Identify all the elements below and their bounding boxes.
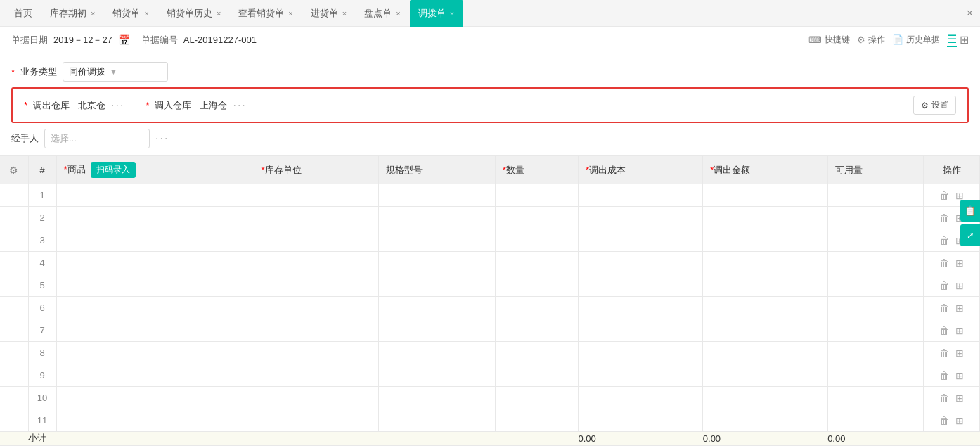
row-unit-cell[interactable] (254, 207, 378, 229)
row-available-cell[interactable] (827, 252, 923, 274)
row-amount-cell[interactable] (703, 387, 827, 409)
close-tab-transfer[interactable]: × (450, 9, 454, 18)
row-cost-cell[interactable] (578, 319, 702, 342)
row-qty-cell[interactable] (495, 387, 578, 409)
row-unit-cell[interactable] (254, 319, 378, 342)
row-spec-cell[interactable] (378, 207, 495, 229)
tab-view-sales[interactable]: 查看销货单 × (230, 0, 302, 27)
row-amount-cell[interactable] (703, 252, 827, 274)
warehouse-in-more-button[interactable]: ··· (233, 99, 246, 112)
delete-row-button[interactable]: 🗑 (939, 257, 949, 269)
row-unit-cell[interactable] (254, 274, 378, 297)
row11-cost-cell[interactable] (578, 409, 702, 432)
copy-row11-button[interactable]: ⊞ (955, 415, 964, 426)
row-qty-cell[interactable] (495, 364, 578, 387)
row-unit-cell[interactable] (254, 297, 378, 319)
row-product-cell[interactable] (56, 184, 254, 207)
row-spec-cell[interactable] (378, 319, 495, 342)
row-qty-cell[interactable] (495, 319, 578, 342)
delete-row-button[interactable]: 🗑 (939, 280, 949, 291)
row-product-cell[interactable] (56, 229, 254, 252)
row-amount-cell[interactable] (703, 207, 827, 229)
row-available-cell[interactable] (827, 319, 923, 342)
row-amount-cell[interactable] (703, 319, 827, 342)
row-qty-cell[interactable] (495, 297, 578, 319)
layout-list-icon[interactable]: ☰ (947, 32, 957, 47)
row-available-cell[interactable] (827, 274, 923, 297)
row-amount-cell[interactable] (703, 342, 827, 364)
copy-row-button[interactable]: ⊞ (955, 302, 964, 314)
row-spec-cell[interactable] (378, 274, 495, 297)
layout-grid-icon[interactable]: ⊞ (960, 33, 969, 46)
row-spec-cell[interactable] (378, 229, 495, 252)
delete-row-button[interactable]: 🗑 (939, 370, 949, 381)
row-product-cell[interactable] (56, 342, 254, 364)
row-spec-cell[interactable] (378, 252, 495, 274)
row-unit-cell[interactable] (254, 387, 378, 409)
copy-row-button[interactable]: ⊞ (955, 348, 964, 359)
row-cost-cell[interactable] (578, 274, 702, 297)
delete-row-button[interactable]: 🗑 (939, 393, 949, 404)
close-tab-view-sales[interactable]: × (288, 9, 292, 18)
row-available-cell[interactable] (827, 207, 923, 229)
row-cost-cell[interactable] (578, 207, 702, 229)
row-product-cell[interactable] (56, 252, 254, 274)
row-qty-cell[interactable] (495, 184, 578, 207)
row-amount-cell[interactable] (703, 184, 827, 207)
row-unit-cell[interactable] (254, 364, 378, 387)
delete-row-button[interactable]: 🗑 (939, 212, 949, 224)
row-product-cell[interactable] (56, 207, 254, 229)
tab-sales-order[interactable]: 销货单 × (104, 0, 157, 27)
handler-select[interactable]: 选择... (44, 129, 150, 148)
close-tab-sales-order[interactable]: × (144, 9, 148, 18)
row-amount-cell[interactable] (703, 364, 827, 387)
close-tab-stocktake[interactable]: × (396, 9, 400, 18)
row-cost-cell[interactable] (578, 252, 702, 274)
row-unit-cell[interactable] (254, 184, 378, 207)
row-amount-cell[interactable] (703, 274, 827, 297)
scan-button[interactable]: 扫码录入 (91, 162, 136, 178)
row-spec-cell[interactable] (378, 342, 495, 364)
row-unit-cell[interactable] (254, 342, 378, 364)
delete-row11-button[interactable]: 🗑 (939, 415, 949, 426)
row-qty-cell[interactable] (495, 229, 578, 252)
row-unit-cell[interactable] (254, 229, 378, 252)
calendar-icon[interactable]: 📅 (118, 34, 130, 46)
delete-row-button[interactable]: 🗑 (939, 190, 949, 201)
handler-more-button[interactable]: ··· (155, 132, 169, 145)
row11-spec-cell[interactable] (378, 409, 495, 432)
row11-unit-cell[interactable] (254, 409, 378, 432)
row-cost-cell[interactable] (578, 184, 702, 207)
copy-row-button[interactable]: ⊞ (955, 257, 964, 269)
ops-button[interactable]: ⚙ 操作 (857, 34, 885, 46)
row-available-cell[interactable] (827, 229, 923, 252)
copy-row-button[interactable]: ⊞ (955, 370, 964, 381)
table-gear-icon[interactable]: ⚙ (9, 165, 18, 176)
warehouse-out-more-button[interactable]: ··· (111, 99, 124, 112)
row-amount-cell[interactable] (703, 229, 827, 252)
close-tab-purchase[interactable]: × (342, 9, 347, 18)
row-available-cell[interactable] (827, 387, 923, 409)
tab-sales-history[interactable]: 销货单历史 × (158, 0, 230, 27)
copy-row-button[interactable]: ⊞ (955, 393, 964, 404)
tab-stocktake[interactable]: 盘点单 × (356, 0, 409, 27)
delete-row-button[interactable]: 🗑 (939, 235, 949, 246)
row11-product-cell[interactable] (56, 409, 254, 432)
business-type-select[interactable]: 同价调拨 ▼ (63, 62, 168, 82)
row-spec-cell[interactable] (378, 184, 495, 207)
row-available-cell[interactable] (827, 184, 923, 207)
tab-inventory-init[interactable]: 库存期初 × (41, 0, 104, 27)
close-window-button[interactable]: × (967, 7, 973, 20)
row-cost-cell[interactable] (578, 297, 702, 319)
delete-row-button[interactable]: 🗑 (939, 348, 949, 359)
row-product-cell[interactable] (56, 274, 254, 297)
row-product-cell[interactable] (56, 364, 254, 387)
row-available-cell[interactable] (827, 342, 923, 364)
close-tab-sales-history[interactable]: × (217, 9, 221, 18)
setting-button[interactable]: ⚙ 设置 (913, 96, 956, 115)
row-qty-cell[interactable] (495, 274, 578, 297)
copy-row-button[interactable]: ⊞ (955, 325, 964, 336)
history-button[interactable]: 📄 历史单据 (892, 34, 940, 46)
row-amount-cell[interactable] (703, 297, 827, 319)
row-spec-cell[interactable] (378, 364, 495, 387)
